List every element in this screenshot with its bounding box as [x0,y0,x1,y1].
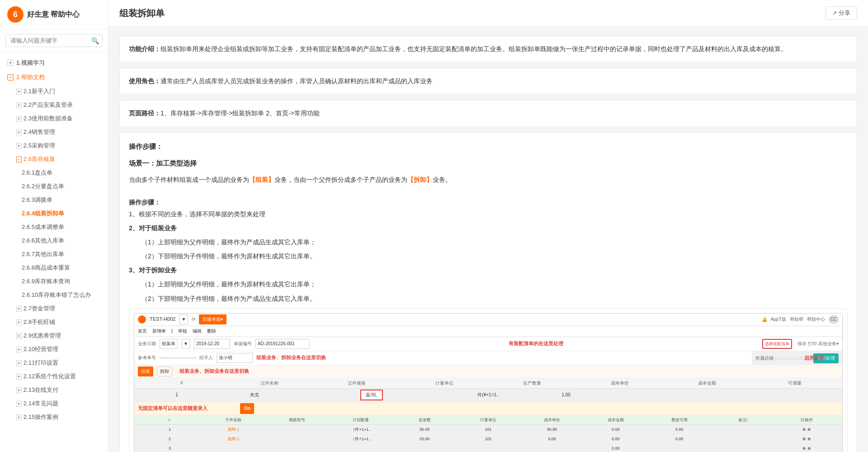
sidebar-item-customize[interactable]: +2.12系统个性化设置 [0,370,108,383]
intro-body: 组装拆卸单用来处理企业组装或拆卸等加工业务，支持有固定装配清单的产品加工业务，也… [160,45,787,52]
mock-actions: 保存 打印 其他业务▾ [797,340,839,348]
mock-store-select[interactable]: ▼ [179,314,188,324]
sidebar-item-inventory[interactable]: −2.6库存核算 [0,152,108,166]
step3-title: 3、对于拆卸业务 [129,265,848,276]
mock-notification-icon: 🔔 [762,315,767,324]
sidebar-item-266[interactable]: 2.6.6其他入库单 [0,234,108,247]
sidebar: 6 好生意 帮助中心 🔍 + 1.视频学习 − 2.帮助文档 +2.1新手入门 [0,0,108,452]
mock-date-input[interactable]: 2019-12-20 [194,339,230,349]
mock-menu-new[interactable]: 新增单 [152,327,166,335]
sidebar-item-269[interactable]: 2.6.9库存账本查询 [0,275,108,288]
nav-section-2: − 2.帮助文档 +2.1新手入门 +2.2产品安装及登录 +2.3使用前数据准… [0,70,108,424]
mock-menu-audit[interactable]: 审核 [178,327,187,335]
sidebar-item-data-prep[interactable]: +2.3使用前数据准备 [0,112,108,125]
nav-subchildren-26: 2.6.1盘点单 2.6.2分量盘点单 2.6.3调拨单 2.6.4组装拆卸单 … [0,166,108,302]
mock-avatar: CC [829,315,839,324]
sidebar-item-video[interactable]: + 1.视频学习 [0,56,108,70]
mock-form-row1: 业务日期 组装单 ▼ 2019-12-20 单据编号 AD-20191226-0… [134,337,842,351]
mock-sub-header: ✓ 子件名称 规格型号 计划数量 实发数 计量单位 成本单价 成本金额 整发可用… [134,415,842,425]
ops-card: 操作步骤： 场景一：加工类型选择 当由多个子件材料组装成一个成品的业务为【组装】… [119,133,857,452]
mock-topbar: TEST-H002 ▼ ⟳ 新建单据▾ 🔔 AppT版 帮助帮 帮助中心 CC [134,314,842,326]
mock-assemble-btn[interactable]: 组装 [138,366,153,376]
sidebar-item-263[interactable]: 2.6.3调拨单 [0,193,108,207]
sidebar-item-payment[interactable]: +2.13在线支付 [0,383,108,397]
mock-sub-row3: 3 0.00 ⊕ ⊗ [134,444,842,452]
sidebar-item-install[interactable]: +2.2产品安装及登录 [0,98,108,112]
path-label: 页面路径： [129,109,160,117]
sidebar-item-purchase[interactable]: +2.5采购管理 [0,139,108,152]
mock-sub-th-unit: 计量单位 [457,416,520,423]
mock-sub-th-real: 实发数 [393,416,457,423]
step2-title: 2、对于组装业务 [129,223,848,234]
mock-toggle-label: 组装业务、拆卸业务在这里切换 [179,367,249,376]
share-button[interactable]: ↗ 分享 [826,6,857,20]
sidebar-item-262[interactable]: 2.6.2分量盘点单 [0,180,108,193]
nav-label-2: 2.帮助文档 [16,73,45,81]
sidebar-item-faq[interactable]: +2.14常见问题 [0,397,108,410]
mock-enable-row: 所属店铺 启用处理 立即处理 [752,351,842,365]
expand-icon-1: + [7,60,14,66]
mock-logo-icon [138,315,146,324]
mock-sub-th-check: ✓ [138,416,202,423]
role-card: 使用角色：通常由生产人员或库管人员完成拆装业务的操作，库管人员确认原材料的出库和… [119,68,857,95]
search-input[interactable] [5,34,103,47]
sidebar-item-261[interactable]: 2.6.1盘点单 [0,166,108,180]
ops-title: 操作步骤： [129,140,848,152]
expand-icon-26: − [16,157,22,162]
sidebar-item-cases[interactable]: +2.15操作案例 [0,410,108,424]
mock-td-name1: 夹克 [216,391,293,399]
mock-menu-home[interactable]: 首页 [138,327,147,335]
mock-new-order-btn[interactable]: 新建单据▾ [199,314,226,324]
mock-ref-input[interactable] [160,357,196,359]
mock-sku-input1[interactable]: 蓝/XL [360,390,383,400]
intro-card: 功能介绍：组装拆卸单用来处理企业组装或拆卸等加工业务，支持有固定装配清单的产品加… [119,36,857,62]
search-icon[interactable]: 🔍 [91,37,99,44]
mock-disassemble-btn[interactable]: 拆卸 [157,366,172,376]
mock-th-real-qty: 生产数量 [488,379,576,387]
mock-on-label: On [240,403,254,414]
mock-menu-edit[interactable]: 编辑 [193,327,202,335]
mock-app-store-link[interactable]: AppT版 [771,315,786,324]
sidebar-item-265[interactable]: 2.6.5成本调整单 [0,220,108,234]
logo-text: 好生意 帮助中心 [27,10,80,19]
mock-upper-table-header: # 父件名称 父件规格 计量单位 生产数量 成本单价 成本金额 可调量 [134,378,842,389]
role-text: 使用角色：通常由生产人员或库管人员完成拆装业务的操作，库管人员确认原材料的出库和… [129,76,848,87]
intro-text: 功能介绍：组装拆卸单用来处理企业组装或拆卸等加工业务，支持有固定装配清单的产品加… [129,43,848,55]
sidebar-item-print[interactable]: +2.11打印设置 [0,356,108,370]
sidebar-item-docs[interactable]: − 2.帮助文档 [0,70,108,85]
mock-status-select[interactable]: ▼ [181,339,190,349]
content-area: 功能介绍：组装拆卸单用来处理企业组装或拆卸等加工业务，支持有固定装配清单的产品加… [108,27,868,452]
sidebar-item-267[interactable]: 2.6.7其他出库单 [0,247,108,261]
page-title: 组装拆卸单 [119,7,165,19]
expand-icon-23: + [16,116,22,122]
mock-person-input[interactable]: 张小明 [217,353,253,363]
mock-sub-th-sku: 规格型号 [265,416,329,423]
expand-icon-25: + [16,143,22,149]
sidebar-item-ops[interactable]: +2.10经营管理 [0,343,108,356]
topbar: 组装拆卸单 ↗ 分享 [108,0,868,27]
mock-td-qty1: 1.00 [527,391,605,399]
mock-label-person: 经手人 [199,354,213,362]
mock-toggle-area: 组装 拆卸 组装业务、拆卸业务在这里切换 [134,365,842,378]
nav-children-2: +2.1新手入门 +2.2产品安装及登录 +2.3使用前数据准备 +2.4销售管… [0,85,108,424]
sidebar-item-newuser[interactable]: +2.1新手入门 [0,85,108,98]
mock-help-link[interactable]: 帮助帮 [790,315,803,324]
mock-sub-th-ops: 行操作 [775,416,839,423]
sidebar-item-funds[interactable]: +2.7资金管理 [0,302,108,315]
mock-menu-del[interactable]: 删除 [207,327,216,335]
sidebar-item-268[interactable]: 2.6.8商品成本重算 [0,261,108,275]
mock-billno-input[interactable]: AD-20191226-001 [255,339,310,349]
mock-type-select[interactable]: 组装单 [160,339,178,349]
mock-upper-table: # 父件名称 父件规格 计量单位 生产数量 成本单价 成本金额 可调量 1 夹克 [134,378,842,402]
sidebar-item-264[interactable]: 2.6.4组装拆卸单 [0,207,108,220]
sidebar-item-mobile[interactable]: +2.8手机旺铺 [0,315,108,329]
mock-label-num: 参考单号 [138,354,156,362]
mock-sub-row1: 1 面料 1 （件+1=1.. 35.00 101 90.80 0.00 0.0… [134,425,842,434]
sidebar-item-sales[interactable]: +2.4销售管理 [0,125,108,139]
mock-setting-icon[interactable]: 帮助中心 [807,315,825,324]
on-badge[interactable]: On [240,403,254,414]
mock-ann1-btn[interactable]: 选择装配清单 [762,339,792,349]
sidebar-item-coupons[interactable]: +2.9优惠券管理 [0,329,108,343]
mock-th-cost: 成本单价 [576,379,664,387]
sidebar-item-2610[interactable]: 2.6.10库存账本错了怎么办 [0,288,108,302]
